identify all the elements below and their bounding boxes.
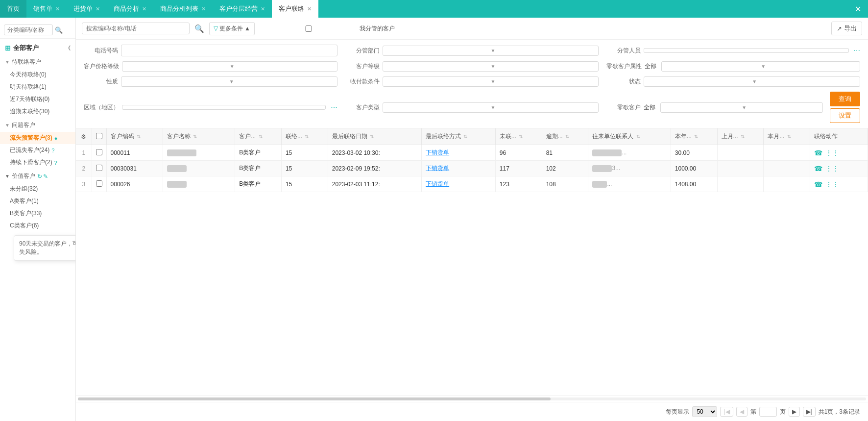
tab-purchase[interactable]: 进货单 ✕ [67,0,107,18]
th-code[interactable]: 客户编码 ⇅ [106,128,163,145]
last-contact-link[interactable]: 下销货单 [426,180,449,187]
th-name[interactable]: 客户名称 ⇅ [163,128,235,145]
contact-icon[interactable]: ☎ [814,149,822,157]
sidebar-item-overdue-uncontacted[interactable]: 逾期未联络(30) [0,105,75,118]
tier-select[interactable]: ▼ [383,61,599,72]
row-checkbox-cell[interactable] [92,145,106,161]
sidebar-group-problem-title[interactable]: ▼ 问题客户 [0,119,75,132]
sidebar-item-declining[interactable]: 持续下滑客户(2) ? [0,156,75,169]
tab-sales-close-icon[interactable]: ✕ [55,6,60,12]
th-last-method[interactable]: 最后联络方式 ⇅ [422,128,496,145]
sidebar-group-value-title[interactable]: ▼ 价值客户 ↻ ✎ [0,170,75,183]
sidebar-item-unclassified[interactable]: 未分组(32) [0,183,75,195]
th-settings[interactable]: ⚙ [76,128,92,145]
tab-customer-tier-close-icon[interactable]: ✕ [261,6,265,12]
dept-select[interactable]: ▼ [383,46,599,56]
th-uncontacted[interactable]: 未联... ⇅ [495,128,542,145]
contact-icon[interactable]: ☎ [814,165,822,173]
window-close-button[interactable]: ✕ [848,4,868,14]
th-unit-contact[interactable]: 往来单位联系人 ⇅ [588,128,671,145]
row-checkbox-cell[interactable] [92,176,106,192]
payment-select[interactable]: ▼ [383,76,599,87]
settings-button[interactable]: 设置 [830,108,860,123]
unit-contact-person: 3... [588,161,671,176]
last-contact-method[interactable]: 下销货单 [422,145,496,161]
page-number-input[interactable]: 1 [759,407,777,417]
sidebar-item-type-c[interactable]: C类客户(6) [0,220,75,232]
sidebar-search-input[interactable] [4,25,53,35]
th-this-month[interactable]: 本月... ⇅ [764,128,810,145]
tab-analysis-list-close-icon[interactable]: ✕ [201,6,206,12]
all-customers-title[interactable]: ⊞ 全部客户 《 [0,41,75,55]
zero-customer-select[interactable]: ▼ [660,102,823,113]
manager-select[interactable] [644,48,848,53]
nature-select[interactable]: ▼ [121,76,338,87]
scrollbar-thumb[interactable] [78,397,551,400]
contact-icon[interactable]: ☎ [814,180,822,188]
tab-analysis[interactable]: 商品分析 ✕ [107,0,153,18]
row-checkbox[interactable] [96,180,102,187]
tab-home[interactable]: 首页 [0,0,26,18]
sidebar-item-type-a[interactable]: A类客户(1) [0,195,75,207]
tab-customer-link-close-icon[interactable]: ✕ [307,6,312,12]
edit-icon-value[interactable]: ✎ [43,173,48,180]
per-page-select[interactable]: 50 100 200 [692,406,717,417]
my-customers-checkbox-area[interactable]: 我分管的客户 [260,25,395,33]
collapse-icon[interactable]: 《 [65,45,71,52]
tab-customer-tier[interactable]: 客户分层经营 ✕ [213,0,272,18]
last-contact-method[interactable]: 下销货单 [422,176,496,192]
tab-purchase-close-icon[interactable]: ✕ [96,6,100,12]
th-last-date[interactable]: 最后联络日期 ⇅ [328,128,421,145]
last-contact-link[interactable]: 下销货单 [426,149,449,156]
my-customers-checkbox[interactable] [260,25,358,32]
sidebar-item-type-b[interactable]: B类客户(33) [0,207,75,220]
customer-type-select[interactable]: ▼ [383,102,599,113]
manager-more-button[interactable]: ··· [854,46,860,55]
row-checkbox[interactable] [96,165,102,171]
table-settings-icon[interactable]: ⚙ [81,133,86,140]
next-page-button[interactable]: ▶ [789,407,800,417]
th-this-year[interactable]: 本年... ⇅ [671,128,717,145]
last-contact-link[interactable]: 下销货单 [426,165,449,172]
th-last-month[interactable]: 上月... ⇅ [717,128,764,145]
price-tier-select[interactable]: ▼ [122,61,338,72]
horizontal-scrollbar[interactable] [76,395,868,402]
row-checkbox[interactable] [96,149,102,155]
tab-sales[interactable]: 销售单 ✕ [26,0,67,18]
more-actions-icon[interactable]: ⋮⋮ [825,149,839,157]
th-contact[interactable]: 联络... ⇅ [281,128,328,145]
phone-input[interactable] [121,45,338,56]
last-contact-method[interactable]: 下销货单 [422,161,496,176]
sidebar-group-pending-title[interactable]: ▼ 待联络客户 [0,55,75,69]
tab-analysis-close-icon[interactable]: ✕ [142,6,146,12]
more-actions-icon[interactable]: ⋮⋮ [825,165,839,173]
last-page-button[interactable]: ▶| [803,407,816,417]
sidebar-item-today-pending[interactable]: 今天待联络(0) [0,69,75,81]
sidebar-item-7day-pending[interactable]: 近7天待联络(0) [0,93,75,105]
th-overdue[interactable]: 逾期... ⇅ [542,128,588,145]
prev-page-button[interactable]: ◀ [736,407,747,417]
sidebar-item-tomorrow-pending[interactable]: 明天待联络(1) [0,81,75,93]
th-checkbox[interactable] [92,128,106,145]
row-checkbox-cell[interactable] [92,161,106,176]
region-more-button[interactable]: ··· [331,103,337,112]
th-customer-type[interactable]: 客户... ⇅ [235,128,282,145]
more-actions-icon[interactable]: ⋮⋮ [825,180,839,188]
tab-analysis-list[interactable]: 商品分析列表 ✕ [153,0,213,18]
status-select[interactable]: ▼ [644,76,860,87]
first-page-button[interactable]: |◀ [720,407,733,417]
sidebar-search-icon[interactable]: 🔍 [55,26,63,34]
query-button[interactable]: 查询 [830,92,860,106]
search-button[interactable]: 🔍 [194,24,204,33]
tab-customer-link[interactable]: 客户联络 ✕ [272,0,318,18]
zero-attr-select[interactable]: ▼ [661,61,860,72]
refresh-icon[interactable]: ↻ [37,173,42,180]
region-select[interactable] [122,105,326,110]
select-all-checkbox[interactable] [96,133,102,139]
search-input[interactable] [82,23,190,34]
more-conditions-button[interactable]: ▽ 更多条件 ▲ [209,22,255,35]
group-pending-label: 待联络客户 [12,58,41,66]
sidebar-item-churned[interactable]: 已流失客户(24) ? [0,144,75,156]
export-button[interactable]: ↗ 导出 [831,22,862,35]
sidebar-item-churn-warning[interactable]: 流失预警客户(3) ● [0,132,75,144]
